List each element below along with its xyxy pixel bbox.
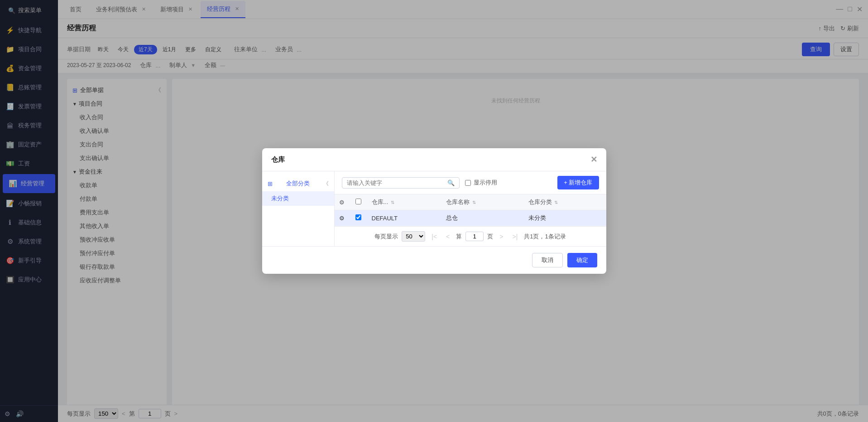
show-disabled-checkbox[interactable] <box>465 180 471 186</box>
row-select-checkbox[interactable] <box>355 214 361 220</box>
modal-search-input[interactable] <box>347 179 446 186</box>
modal-body: ⊞ 全部分类 《 未分类 🔍 显示停用 <box>262 171 606 246</box>
row-name: 总仓 <box>441 210 524 226</box>
modal-toolbar: 🔍 显示停用 + 新增仓库 <box>335 171 606 194</box>
col-checkbox <box>351 194 367 210</box>
row-code: DEFAULT <box>367 210 442 226</box>
modal-actions: 取消 确定 <box>262 246 606 274</box>
cancel-button[interactable]: 取消 <box>532 253 563 267</box>
modal-categories: ⊞ 全部分类 《 未分类 <box>262 171 335 246</box>
row-settings-icon: ⚙ <box>339 215 345 222</box>
col-category: 仓库分类 ⇅ <box>524 194 606 210</box>
table-row[interactable]: ⚙ DEFAULT 总仓 未分类 <box>335 210 606 226</box>
modal-table-pagination: 每页显示 50 10 20 100 |< < 算 页 > >| 共1页，1条记录 <box>335 226 606 246</box>
search-icon2: 🔍 <box>447 179 455 186</box>
table-body: ⚙ DEFAULT 总仓 未分类 <box>335 210 606 226</box>
col-category-label: 仓库分类 <box>528 199 552 205</box>
show-disabled-group: 显示停用 <box>465 179 497 187</box>
row-settings: ⚙ <box>335 210 351 226</box>
confirm-button[interactable]: 确定 <box>567 253 597 267</box>
col-name: 仓库名称 ⇅ <box>441 194 524 210</box>
modal-title: 仓库 <box>271 155 285 164</box>
modal-cat-all[interactable]: ⊞ 全部分类 《 <box>262 176 334 191</box>
page-unit: 页 <box>487 233 493 241</box>
select-all-checkbox[interactable] <box>355 199 361 204</box>
col-settings: ⚙ <box>335 194 351 210</box>
settings-col-icon: ⚙ <box>339 199 345 206</box>
page-number-input[interactable] <box>465 232 484 241</box>
grid-icon2: ⊞ <box>268 180 273 187</box>
col-code-label: 仓库... <box>372 199 388 205</box>
modal-overlay: 仓库 ✕ ⊞ 全部分类 《 未分类 <box>0 0 868 422</box>
page-label: 算 <box>456 233 462 241</box>
cat-collapse-icon[interactable]: 《 <box>323 180 329 188</box>
modal-close-btn[interactable]: ✕ <box>590 155 597 165</box>
modal-cat-item-uncat[interactable]: 未分类 <box>262 191 334 206</box>
page-size-select[interactable]: 50 10 20 100 <box>402 231 425 242</box>
modal-data-table: ⚙ 仓库... ⇅ 仓库名称 <box>335 194 606 226</box>
row-checkbox <box>351 210 367 226</box>
modal-search-wrap: 🔍 <box>342 177 460 189</box>
warehouse-modal: 仓库 ✕ ⊞ 全部分类 《 未分类 <box>262 148 606 274</box>
row-category: 未分类 <box>524 210 606 226</box>
modal-table-area: 🔍 显示停用 + 新增仓库 ⚙ <box>335 171 606 246</box>
table-header: ⚙ 仓库... ⇅ 仓库名称 <box>335 194 606 210</box>
next-page-btn[interactable]: > <box>497 232 506 241</box>
sort-code-icon: ⇅ <box>391 200 394 205</box>
uncat-label: 未分类 <box>271 195 289 202</box>
first-page-btn[interactable]: |< <box>429 232 440 241</box>
sort-category-icon: ⇅ <box>554 200 558 205</box>
show-disabled-label: 显示停用 <box>474 179 497 187</box>
warehouse-table: ⚙ 仓库... ⇅ 仓库名称 <box>335 194 606 226</box>
last-page-btn[interactable]: >| <box>509 232 520 241</box>
cat-all-label: 全部分类 <box>286 179 310 188</box>
col-name-label: 仓库名称 <box>446 199 470 205</box>
page-size-label: 每页显示 <box>374 233 398 241</box>
total-info: 共1页，1条记录 <box>524 233 566 241</box>
col-code: 仓库... ⇅ <box>367 194 442 210</box>
modal-header: 仓库 ✕ <box>262 148 606 171</box>
sort-name-icon: ⇅ <box>472 200 476 205</box>
add-warehouse-btn[interactable]: + 新增仓库 <box>557 176 599 189</box>
prev-page-btn[interactable]: < <box>443 232 452 241</box>
